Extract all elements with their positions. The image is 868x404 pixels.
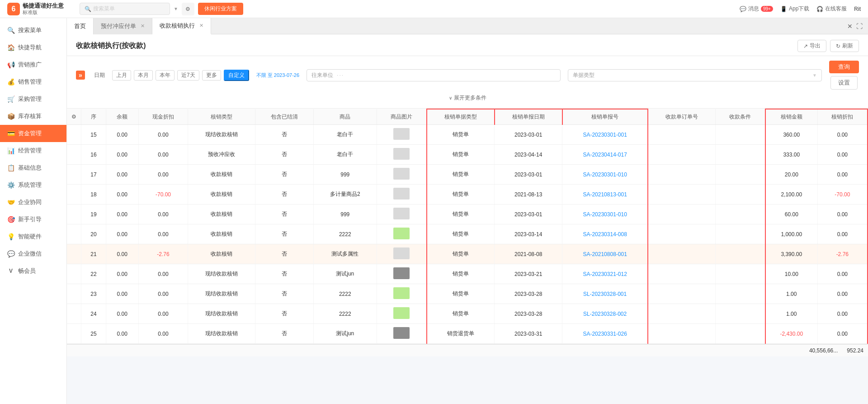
sidebar-item-inventory[interactable]: 📦 库存核算 [0,108,66,125]
col-settings-header[interactable]: ⚙ [67,109,81,125]
cell-voucher-type: 销货单 [427,165,495,185]
date-btn-more[interactable]: 更多 [202,70,221,81]
industry-btn[interactable]: 休闲行业方案 [198,3,243,15]
cell-verify-discount: 0.00 [817,204,868,224]
tab-verify-close[interactable]: ✕ [199,23,203,29]
cell-included: 否 [255,304,313,324]
cell-verify-amount: 20.00 [765,165,817,185]
cell-verify-type: 现结收款核销 [188,125,255,145]
sidebar-item-marketing[interactable]: 📢 营销推广 [0,56,66,73]
cell-receipt-cond [715,185,765,204]
voucher-no-link[interactable]: SA-20210808-001 [583,251,627,257]
cell-verify-type: 预收冲应收 [188,145,255,165]
sidebar-item-purchase[interactable]: 🛒 采购管理 [0,90,66,108]
cell-balance: 0.00 [106,284,138,304]
sidebar-item-collab[interactable]: 🤝 企业协同 [0,194,66,211]
expand-more-conditions[interactable]: ∨ 展开更多条件 [76,92,859,104]
sidebar-item-quicknav[interactable]: 🏠 快捷导航 [0,39,66,56]
search-dropdown-arrow[interactable]: ▼ [174,6,178,11]
table-body: 15 0.00 0.00 现结收款核销 否 老白干 销货单 2023-03-01… [67,125,868,344]
cell-receipt-order [648,304,715,324]
date-btn-7days[interactable]: 近7天 [177,70,199,81]
cell-voucher-date: 2023-03-01 [495,204,562,224]
online-service-btn[interactable]: 🎧 在线客服 [816,5,847,13]
voucher-no-link[interactable]: SA-20230301-010 [583,211,627,218]
user-name[interactable]: Rit [854,6,861,12]
type-filter[interactable]: 单据类型 ▼ [568,69,822,81]
sidebar-item-guide[interactable]: 🎯 新手引导 [0,211,66,228]
top-search-input[interactable]: 🔍 搜索菜单 [80,3,170,15]
cell-verify-amount: -2,430.00 [765,324,817,344]
cell-verify-amount: 333.00 [765,145,817,165]
tab-prepay[interactable]: 预付冲应付单 ✕ [94,18,152,34]
filter-expand-btn[interactable]: » [76,71,85,80]
sidebar-item-finance[interactable]: 💳 资金管理 [0,125,66,142]
date-btn-this-year[interactable]: 本年 [156,70,175,81]
sidebar-item-search[interactable]: 🔍 搜索菜单 [0,22,66,39]
col-product-img-header: 商品图片 [377,109,427,125]
voucher-no-link[interactable]: SA-20230414-017 [583,152,627,158]
date-btn-this-month[interactable]: 本月 [134,70,153,81]
query-btn[interactable]: 查询 [829,61,859,73]
voucher-no-link[interactable]: SA-20230331-026 [583,331,627,337]
cell-verify-discount: 0.00 [817,264,868,284]
tab-prepay-close[interactable]: ✕ [141,23,145,29]
cell-voucher-no: SA-20210813-001 [562,185,648,204]
cell-verify-amount: 1,000.00 [765,224,817,244]
member-icon: V [7,268,14,274]
cell-included: 否 [255,204,313,224]
sidebar-hardware-label: 智能硬件 [18,233,42,241]
voucher-no-link[interactable]: SA-20230301-001 [583,132,627,138]
cell-included: 否 [255,165,313,185]
company-filter[interactable]: 往来单位 ··· [307,69,561,81]
sidebar-item-sales[interactable]: 💰 销售管理 [0,73,66,90]
cell-included: 否 [255,284,313,304]
cell-voucher-type: 销货单 [427,264,495,284]
voucher-no-link[interactable]: SA-20230314-008 [583,231,627,238]
type-dropdown-arrow: ▼ [812,73,817,78]
settings-icon[interactable]: ⚙ [182,3,194,15]
tab-home[interactable]: 首页 [67,18,94,34]
cell-product: 多计量商品2 [313,185,377,204]
cell-product: 老白干 [313,145,377,165]
table-footer: 40,556,66... 952.24 [67,344,868,356]
voucher-no-link[interactable]: SA-20230301-010 [583,171,627,178]
voucher-no-link[interactable]: SA-20230321-012 [583,271,627,277]
table-scroll[interactable]: ⚙ 序 余额 现金折扣 核销类型 包含已结清 商品 商品图片 核销单据类型 核销… [67,109,868,344]
voucher-no-link[interactable]: SA-20210813-001 [583,191,627,198]
app-download-btn[interactable]: 📱 App下载 [780,5,809,13]
sidebar-item-hardware[interactable]: 💡 智能硬件 [0,228,66,245]
refresh-btn[interactable]: ↻ 刷新 [830,40,859,52]
sidebar-item-system[interactable]: ⚙️ 系统管理 [0,176,66,194]
table-header-row: ⚙ 序 余额 现金折扣 核销类型 包含已结清 商品 商品图片 核销单据类型 核销… [67,109,868,125]
message-btn[interactable]: 💬 消息 99+ [740,5,773,13]
tab-expand-btn[interactable]: ⛶ [856,23,863,30]
cell-receipt-cond [715,304,765,324]
export-btn[interactable]: ↗ 导出 [797,40,826,52]
hardware-icon: 💡 [7,233,14,240]
tab-verify[interactable]: 收款核销执行 ✕ [152,18,211,34]
cell-receipt-order [648,125,715,145]
company-dots: ··· [337,72,344,78]
sidebar-item-member[interactable]: V 畅会员 [0,262,66,280]
cell-settings [67,304,81,324]
sidebar-item-basic[interactable]: 📋 基础信息 [0,159,66,176]
cell-settings [67,324,81,344]
setting-btn[interactable]: 设置 [830,76,858,90]
filter-row: » 日期 上月 本月 本年 近7天 更多 自定义 不限 至 2023-07-26 [76,61,859,90]
brand-text: 畅捷通谐好生意 标准版 [23,2,64,15]
cell-cash-discount: 0.00 [138,264,188,284]
sidebar-item-wechat[interactable]: 💬 企业微信 [0,245,66,262]
date-btn-last-month[interactable]: 上月 [112,70,131,81]
cell-no: 16 [81,145,106,165]
voucher-no-link[interactable]: SL-20230328-002 [583,311,627,317]
date-btn-custom[interactable]: 自定义 [224,70,249,81]
cell-voucher-no: SA-20210808-001 [562,244,648,264]
voucher-no-link[interactable]: SL-20230328-001 [583,291,627,297]
date-range-display: 不限 至 2023-07-26 [256,72,299,79]
sidebar-marketing-label: 营销推广 [18,61,42,69]
table-row: 19 0.00 0.00 收款核销 否 999 销货单 2023-03-01 S… [67,204,868,224]
cell-voucher-type: 销货单 [427,284,495,304]
tab-close-btn[interactable]: ✕ [847,23,853,30]
sidebar-item-operation[interactable]: 📊 经营管理 [0,142,66,159]
